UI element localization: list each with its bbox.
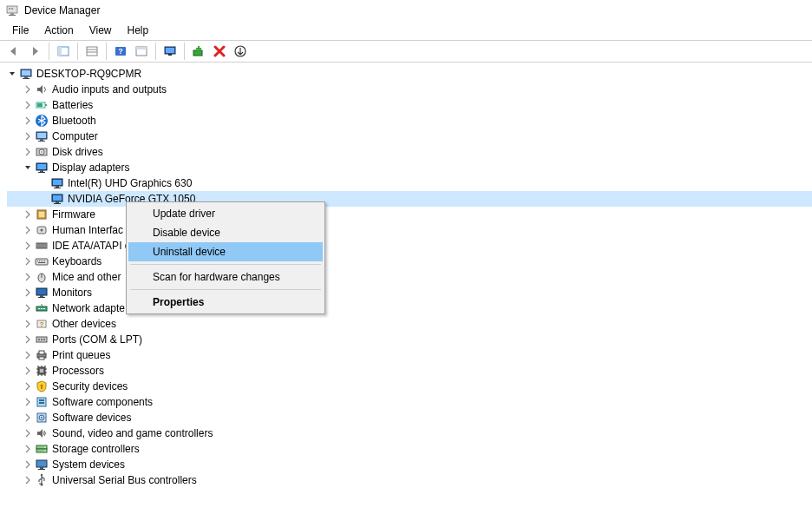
context-menu-item[interactable]: Uninstall device (128, 242, 323, 261)
tree-category[interactable]: Batteries (7, 97, 812, 113)
expand-arrow-icon[interactable] (23, 475, 33, 485)
expand-arrow-icon[interactable] (7, 69, 17, 79)
tree-category-label: Software devices (52, 412, 131, 424)
scan-hardware-icon[interactable] (160, 42, 180, 61)
back-icon[interactable] (3, 42, 24, 61)
expand-arrow-icon[interactable] (23, 334, 33, 345)
hid-icon (35, 223, 49, 237)
expand-arrow-icon[interactable] (23, 303, 33, 313)
tree-root[interactable]: DESKTOP-RQ9CPMR (7, 66, 812, 82)
expand-arrow-icon[interactable] (23, 100, 33, 110)
expand-arrow-icon[interactable] (23, 115, 33, 126)
tree-category[interactable]: Software components (7, 394, 812, 410)
device-tree[interactable]: DESKTOP-RQ9CPMRAudio inputs and outputsB… (0, 63, 812, 521)
tree-category-label: Software components (52, 396, 153, 408)
expand-arrow-icon[interactable] (23, 428, 33, 439)
expand-arrow-icon[interactable] (23, 131, 33, 142)
tree-category-label: Bluetooth (52, 115, 96, 127)
options-icon[interactable] (131, 42, 152, 61)
tree-category-label: IDE ATA/ATAPI c (52, 240, 130, 252)
expand-arrow-icon[interactable] (23, 241, 33, 251)
tree-category-label: Security devices (52, 380, 128, 392)
svg-rect-6 (58, 47, 62, 56)
menu-action[interactable]: Action (37, 23, 80, 38)
expand-arrow-icon[interactable] (23, 256, 33, 267)
help-icon[interactable]: ? (110, 42, 131, 61)
expand-arrow-icon[interactable] (23, 162, 33, 173)
context-menu-item[interactable]: Disable device (128, 223, 323, 242)
svg-rect-66 (40, 295, 43, 297)
usb-icon (35, 473, 49, 487)
expand-arrow-icon[interactable] (23, 84, 33, 95)
tree-category[interactable]: Software devices (7, 410, 812, 425)
svg-rect-35 (37, 164, 46, 169)
tree-category[interactable]: Security devices (7, 379, 812, 394)
menu-file[interactable]: File (5, 23, 36, 38)
tree-category[interactable]: System devices (7, 457, 812, 472)
svg-rect-28 (37, 133, 46, 138)
tree-category-label: Sound, video and game controllers (52, 427, 213, 439)
show-hide-console-tree-icon[interactable] (53, 42, 74, 61)
expand-arrow-icon[interactable] (23, 272, 33, 282)
svg-rect-107 (40, 467, 43, 469)
remove-icon[interactable] (209, 42, 230, 61)
expand-arrow-icon[interactable] (23, 412, 33, 423)
tree-category[interactable]: Audio inputs and outputs (7, 82, 812, 97)
svg-rect-47 (39, 212, 44, 217)
svg-point-49 (41, 229, 43, 232)
expand-arrow-icon[interactable] (23, 381, 33, 392)
tree-category[interactable]: Computer (7, 129, 812, 144)
context-menu-item[interactable]: Update driver (128, 204, 323, 223)
tree-category[interactable]: Ports (COM & LPT) (7, 332, 812, 347)
tree-category[interactable]: Print queues (7, 347, 812, 363)
expand-arrow-icon[interactable] (23, 209, 33, 220)
toolbar-separator (106, 43, 107, 60)
expand-arrow-icon[interactable] (23, 459, 33, 470)
menu-view[interactable]: View (82, 23, 119, 38)
menu-help[interactable]: Help (121, 23, 156, 38)
expand-arrow-icon[interactable] (23, 225, 33, 235)
add-hardware-icon[interactable] (188, 42, 209, 61)
tree-category[interactable]: Bluetooth (7, 113, 812, 129)
svg-point-3 (9, 8, 10, 10)
svg-rect-106 (36, 460, 47, 467)
tree-category[interactable]: Universal Serial Bus controllers (7, 472, 812, 488)
svg-rect-36 (40, 170, 43, 172)
keyboard-icon (35, 254, 49, 268)
expand-arrow-icon[interactable] (23, 319, 33, 329)
expand-arrow-icon[interactable] (23, 397, 33, 407)
svg-rect-45 (54, 203, 61, 204)
tree-category[interactable]: Sound, video and game controllers (7, 425, 812, 441)
tree-category-label: Ports (COM & LPT) (52, 333, 142, 346)
security-icon (35, 379, 49, 393)
svg-point-110 (41, 484, 43, 486)
tree-category-label: Firmware (52, 208, 95, 221)
toolbar-separator (155, 43, 156, 60)
computer-icon (35, 129, 49, 143)
tree-category-label: Print queues (52, 349, 110, 361)
tree-category-label: Display adapters (52, 162, 129, 174)
tree-category[interactable]: Processors (7, 363, 812, 379)
expand-arrow-icon[interactable] (23, 350, 33, 360)
tree-root-label: DESKTOP-RQ9CPMR (36, 68, 141, 80)
tree-category[interactable]: ?Other devices (7, 316, 812, 332)
properties-icon[interactable] (82, 42, 102, 61)
svg-rect-13 (136, 47, 147, 49)
tree-category[interactable]: Storage controllers (7, 441, 812, 457)
tree-device[interactable]: Intel(R) UHD Graphics 630 (7, 175, 812, 191)
context-menu-item[interactable]: Scan for hardware changes (128, 267, 323, 287)
tree-category[interactable]: Disk drives (7, 144, 812, 160)
context-menu-item[interactable]: Properties (128, 293, 323, 312)
svg-rect-29 (40, 139, 43, 141)
svg-rect-2 (9, 15, 16, 16)
expand-arrow-icon[interactable] (23, 444, 33, 454)
expand-arrow-icon[interactable] (23, 366, 33, 376)
tree-category-label: Computer (52, 130, 98, 142)
svg-rect-62 (38, 262, 45, 263)
update-icon[interactable] (230, 42, 251, 61)
forward-icon[interactable] (24, 42, 45, 61)
expand-arrow-icon[interactable] (23, 147, 33, 157)
svg-point-104 (44, 446, 46, 448)
expand-arrow-icon[interactable] (23, 287, 33, 298)
tree-category[interactable]: Display adapters (7, 160, 812, 175)
